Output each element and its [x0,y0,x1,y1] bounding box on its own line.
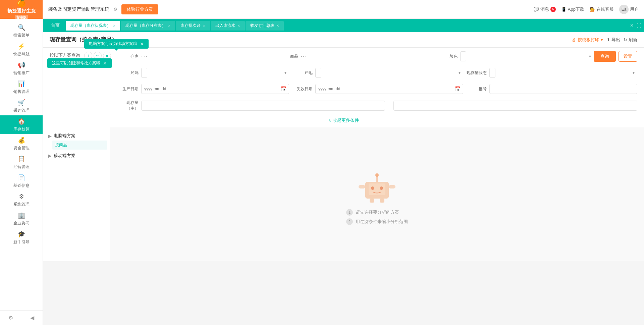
main-content: 装备及固定资产辅助管理系统 ⚙ 体验行业方案 💬 消息 6 📱 App下载 💁 … [43,0,644,325]
color-select[interactable] [460,51,466,61]
online-service-btn[interactable]: 💁 在线客服 [590,6,614,12]
expire-date-label: 失效日期 [289,86,313,92]
tooltip2-box: 这里可以创建和修改方案哦 ✕ [47,58,112,68]
step-num-2: 2 [346,218,353,225]
marketing-icon: 📢 [18,61,25,69]
fields-area: 仓库 ··· 商品 ··· 颜色 [115,51,637,115]
field-warehouse: 仓库 ··· [115,51,275,62]
sidebar-item-purchase[interactable]: 🛒 采购管理 [0,97,43,115]
tab-fullscreen[interactable]: ⛶ [637,23,641,28]
user-btn[interactable]: Ea 用户 [619,5,639,14]
tab-summary-label: 收发存汇总表 [250,23,274,29]
tab-inout-flow[interactable]: 出入库流水 ✕ [211,21,245,31]
guide-icon: 🎓 [18,230,25,238]
tab-inout-flow-label: 出入库流水 [215,23,235,29]
tab-batch-ledger[interactable]: 库存批次账 ✕ [176,21,210,31]
tab-close-2[interactable]: ✕ [203,24,205,28]
scheme-panel: ▶ 电脑端方案 按商品 ▶ 移动端方案 [43,127,110,261]
sidebar-item-inventory[interactable]: 🏠 库存核算 [0,115,43,134]
goods-dots[interactable]: ··· [301,53,307,59]
collapse-more-btn[interactable]: ∧ 收起更多条件 [328,117,359,123]
tab-close-all[interactable]: ✕ [630,23,634,28]
settings-gear-icon[interactable]: ⚙ [113,7,117,12]
sidebar-item-enterprise[interactable]: 🏢 企业协同 [0,209,43,228]
svg-point-2 [371,186,374,190]
tab-bar: 首页 现存量（库存状况表） ✕ 现存量（库存分布表） ✕ 库存批次账 ✕ 出入库… [43,19,644,32]
tab-close-3[interactable]: ✕ [237,24,240,28]
svg-rect-8 [370,199,374,203]
sidebar-item-system[interactable]: ⚙ 系统管理 [0,191,43,209]
inventory-range: — [141,101,637,111]
print-label: 按模板打印 [578,37,599,43]
expire-date-input[interactable] [315,84,463,94]
stock-qty-max[interactable] [393,101,637,111]
field-prod-date: 生产日期 📅 [115,84,289,94]
sidebar-item-enterprise-label: 企业协同 [13,220,30,226]
inventory-icon: 🏠 [18,118,25,125]
refresh-btn[interactable]: ↻ 刷新 [624,37,637,43]
settings-btn[interactable]: ⚙ [8,315,13,321]
sidebar-item-sales-label: 销售管理 [13,89,30,95]
search-btn[interactable]: 查询 [594,51,616,62]
tree-group-desktop: ▶ 电脑端方案 按商品 [46,131,107,150]
filter-container: 按以下方案查询 + ✏ « 电脑方案可设为移动方案哦 ✕ [43,48,644,127]
tab-inventory-dist[interactable]: 现存量（库存分布表） ✕ [121,21,175,31]
tree-group-mobile-header[interactable]: ▶ 移动端方案 [46,151,107,160]
sidebar-item-basicinfo[interactable]: 📄 基础信息 [0,172,43,191]
expire-date-wrap: 📅 [315,84,463,94]
sidebar-item-operations-label: 经营管理 [13,164,30,170]
origin-select[interactable] [315,68,321,78]
print-dropdown-icon: ▾ [601,37,603,42]
field-batch: 批号 [463,84,637,94]
size-select[interactable] [141,68,147,78]
tab-close-0[interactable]: ✕ [113,24,115,28]
export-btn[interactable]: ⬆ 导出 [606,37,620,43]
header-right: 💬 消息 6 📱 App下载 💁 在线客服 Ea 用户 [534,5,639,14]
export-label: 导出 [611,37,620,43]
filter-label-area: 按以下方案查询 [50,51,80,58]
tab-home[interactable]: 首页 [46,20,65,31]
field-expire-date: 失效日期 📅 [289,84,463,94]
tree-child-goods[interactable]: 按商品 [52,141,107,150]
tree-group-desktop-header[interactable]: ▶ 电脑端方案 [46,131,107,141]
message-btn[interactable]: 💬 消息 6 [534,6,556,12]
origin-select-wrap [315,68,463,78]
sidebar-menu: 🔍 搜索菜单 ⚡ 快捷导航 📢 营销推广 📊 销售管理 🛒 采购管理 🏠 库存核… [0,19,43,310]
svg-point-3 [380,186,383,190]
basicinfo-icon: 📄 [18,174,25,181]
fields-row-2: 尺码 产地 现存量状态 [115,68,637,78]
tab-close-1[interactable]: ✕ [168,24,170,28]
field-color: 颜色 [434,51,594,62]
setting-btn[interactable]: 设置 [619,51,637,62]
expire-date-icon: 📅 [455,86,461,92]
stock-status-select[interactable] [489,68,495,78]
sidebar-item-finance[interactable]: 💰 资金管理 [0,134,43,153]
tab-close-4[interactable]: ✕ [276,24,279,28]
empty-step-1: 1 请先选择要分析的方案 [346,209,408,216]
sidebar-item-sales[interactable]: 📊 销售管理 [0,78,43,97]
tab-summary[interactable]: 收发存汇总表 ✕ [246,21,284,31]
sidebar-item-operations[interactable]: 📋 经营管理 [0,153,43,172]
tab-bar-end: ✕ ⛶ [630,23,641,28]
tooltip2-close[interactable]: ✕ [103,61,107,66]
sidebar-item-guide[interactable]: 🎓 新手引导 [0,228,43,247]
collapse-icon: ∧ [328,118,331,123]
print-btn[interactable]: 🖨 按模板打印 ▾ [572,37,603,43]
stock-qty-min[interactable] [141,101,385,111]
sidebar-item-marketing[interactable]: 📢 营销推广 [0,59,43,78]
field-stock-status: 现存量状态 [463,68,637,78]
warehouse-dots[interactable]: ··· [141,53,148,59]
industry-btn[interactable]: 体验行业方案 [121,4,158,14]
empty-step-2: 2 用过滤条件来缩小分析范围 [346,218,408,225]
prod-date-icon: 📅 [281,86,286,92]
collapse-btn[interactable]: ◀ [30,315,34,321]
sidebar-item-search[interactable]: 🔍 搜索菜单 [0,21,43,40]
field-goods: 商品 ··· [275,51,434,62]
tooltip1-close[interactable]: ✕ [140,41,144,47]
sidebar-item-quicknav[interactable]: ⚡ 快捷导航 [0,40,43,59]
app-download-btn[interactable]: 📱 App下载 [561,6,584,12]
tab-inventory-status[interactable]: 现存量（库存状况表） ✕ [66,21,120,31]
prod-date-input[interactable] [141,84,289,94]
sidebar-item-finance-label: 资金管理 [13,145,30,151]
batch-input[interactable] [489,84,637,94]
